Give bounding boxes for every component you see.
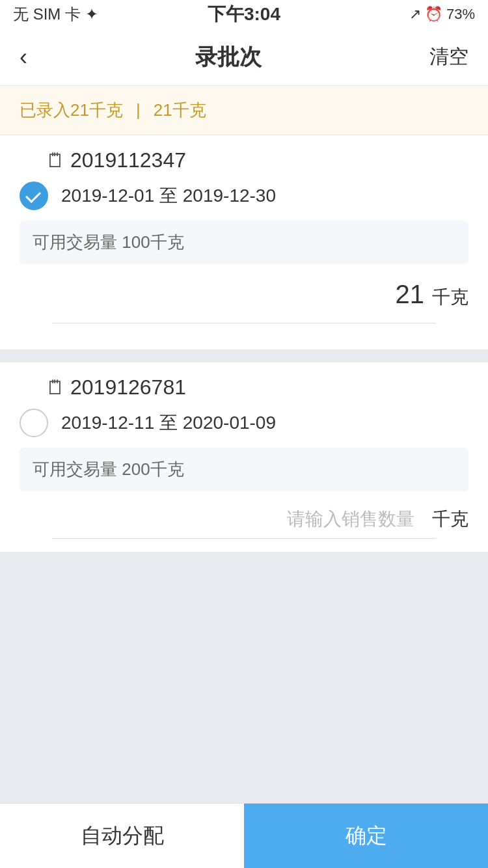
batch1-unit: 千克 (432, 285, 468, 310)
batch2-qty-label: 可用交易量 200千克 (33, 459, 184, 479)
status-bar-right: ↗ ⏰ 73% (409, 6, 475, 23)
batch2-date: 2019-12-11 至 2020-01-09 (61, 411, 276, 435)
nav-bar: ‹ 录批次 清空 (0, 29, 488, 86)
batch2-number: 2019126781 (70, 375, 186, 400)
status-bar-time: 下午3:04 (208, 2, 280, 27)
section-divider (0, 349, 488, 362)
batch1-divider (52, 323, 436, 323)
battery-label: ↗ ⏰ 73% (409, 6, 475, 23)
banner-value: 21千克 (154, 99, 206, 122)
batch2-header: 🗒 2019126781 (0, 375, 488, 400)
batch2-unit: 千克 (432, 507, 468, 532)
page-title: 录批次 (195, 42, 262, 72)
clear-button[interactable]: 清空 (429, 44, 468, 70)
batch2-qty-input[interactable] (20, 509, 424, 530)
batch2-input-row: 千克 (0, 491, 488, 532)
banner-divider: | (136, 100, 141, 120)
batch2-qty-box: 可用交易量 200千克 (20, 448, 468, 491)
batch1-qty-box: 可用交易量 100千克 (20, 221, 468, 264)
info-banner: 已录入21千克 | 21千克 (0, 86, 488, 135)
batch1-doc-icon: 🗒 (46, 150, 65, 172)
auto-distribute-button[interactable]: 自动分配 (0, 804, 244, 868)
batch1-amount: 21 (396, 280, 425, 309)
batch1-number: 2019112347 (70, 148, 186, 172)
batch2-date-row[interactable]: 2019-12-11 至 2020-01-09 (0, 409, 488, 437)
status-bar-left: 无 SIM 卡 ✦ (13, 4, 98, 25)
recorded-label: 已录入21千克 (20, 99, 123, 122)
batch2-radio[interactable] (20, 409, 48, 437)
bottom-bar: 自动分配 确定 (0, 803, 488, 868)
batch-item-2: 🗒 2019126781 2019-12-11 至 2020-01-09 可用交… (0, 362, 488, 552)
batch1-header: 🗒 2019112347 (0, 148, 488, 172)
back-button[interactable]: ‹ (20, 44, 27, 71)
sim-label: 无 SIM 卡 ✦ (13, 4, 98, 25)
batch1-amount-row: 21 千克 (0, 264, 488, 310)
batch1-date: 2019-12-01 至 2019-12-30 (61, 183, 276, 208)
batch1-qty-label: 可用交易量 100千克 (33, 232, 184, 252)
confirm-button[interactable]: 确定 (244, 804, 488, 868)
batch1-radio[interactable] (20, 182, 48, 210)
batch-item-1: 🗒 2019112347 2019-12-01 至 2019-12-30 可用交… (0, 135, 488, 349)
batch2-doc-icon: 🗒 (46, 377, 65, 399)
status-bar: 无 SIM 卡 ✦ 下午3:04 ↗ ⏰ 73% (0, 0, 488, 29)
batch2-input-underline (52, 538, 436, 539)
batch1-date-row[interactable]: 2019-12-01 至 2019-12-30 (0, 182, 488, 210)
